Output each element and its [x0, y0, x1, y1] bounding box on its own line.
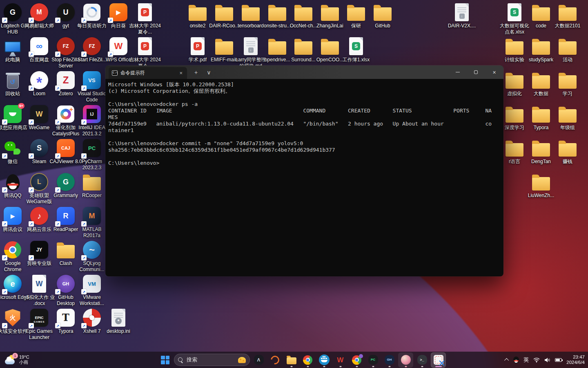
desktop-icon-xuexi-folder[interactable]: 学习: [550, 70, 585, 97]
taskbar-app-file-explorer[interactable]: [284, 352, 299, 368]
desktop-icon-bigdata2101-folder[interactable]: 大数据2101: [550, 2, 585, 29]
tray-qq-icon[interactable]: [513, 357, 519, 363]
shortcut-arrow-icon: ↗: [55, 52, 60, 57]
battery-icon[interactable]: [555, 358, 562, 362]
desktop-icon-pycharm[interactable]: PC↗PyCharm 2023.2.3: [75, 138, 109, 171]
app-glyph: JY: [36, 247, 42, 252]
taskbar-app-snipaste[interactable]: [431, 352, 446, 368]
start-button[interactable]: [158, 352, 173, 368]
terminal-titlebar[interactable]: C:\ 命令提示符 × + ∨ ×: [105, 65, 503, 79]
desktop-icon-desktop-ini[interactable]: *desktop.ini: [101, 308, 136, 334]
terminal-tab[interactable]: C:\ 命令提示符 ×: [109, 67, 187, 79]
file-emblem: W: [36, 280, 43, 288]
center-dot: [89, 315, 94, 320]
volume-icon[interactable]: [544, 357, 550, 363]
taskbar-app-dark-cube-app[interactable]: Λ: [251, 352, 266, 368]
desktop-icon-workbook1-xlsx[interactable]: S工作簿1.xlsx: [339, 36, 373, 63]
app-glyph: S: [37, 144, 42, 152]
terminal-output[interactable]: Microsoft Windows [版本 10.0.22000.2538] (…: [105, 79, 503, 276]
desktop-icon-liuwenzh-folder[interactable]: LiuWenZh...: [524, 172, 558, 199]
desktop-icon-label: 活动: [563, 57, 572, 63]
docker-whale-icon: [319, 355, 330, 365]
maximize-button[interactable]: [467, 65, 485, 79]
shortcut-arrow-icon: ↗: [108, 18, 113, 23]
desktop-icon-visual: [505, 36, 524, 56]
desktop-icon-visual: [82, 172, 102, 192]
desktop-icon-sqlyog[interactable]: ~↗SQLyog Communi...: [75, 240, 109, 273]
desktop-icon-github-folder[interactable]: GitHub: [365, 2, 400, 29]
desktop-icon-visual: [373, 2, 392, 22]
desktop-icon-rcooper-folder[interactable]: RCooper: [75, 172, 109, 199]
taskbar-app-pycharm[interactable]: PC: [365, 352, 381, 368]
shortcut-arrow-icon: ↗: [2, 119, 7, 125]
taskbar-app-docker-desktop[interactable]: [316, 352, 332, 368]
folder-icon: [532, 41, 550, 55]
desktop-icon-label: Clash: [60, 260, 72, 267]
tray-chevron-up-icon[interactable]: [504, 358, 509, 363]
folder-icon: [242, 7, 260, 21]
desktop-icon-visual: [558, 138, 577, 158]
folder-icon: [321, 7, 339, 21]
tray-clock[interactable]: 23:47 2024/6/4: [566, 355, 585, 366]
profile-badge: [359, 354, 363, 358]
desktop-icon-matlab[interactable]: M↗MATLAB R2017a: [75, 206, 109, 239]
folder-icon: [347, 7, 365, 21]
file-icon-ini: *: [111, 309, 125, 327]
app-glyph: PC: [371, 358, 375, 361]
taskbar-app-avatar-app[interactable]: [398, 352, 413, 368]
desktop-icon-vscode[interactable]: VS↗Visual Studio Code: [75, 70, 109, 103]
folder-icon: [532, 143, 550, 157]
desktop-icon-visual: [558, 36, 577, 56]
close-button[interactable]: ×: [485, 65, 503, 79]
desktop-icon-visual: [505, 138, 524, 158]
desktop-icon-zhuanqian-folder[interactable]: 赚钱: [550, 138, 585, 165]
file-emblem: ↓: [248, 47, 254, 53]
app-glyph: ∞: [36, 42, 42, 51]
desktop-icon-label: Typora: [534, 125, 549, 131]
minimize-button[interactable]: [448, 65, 467, 79]
desktop-icon-visual: G↗: [3, 2, 22, 22]
desktop-icon-vmware-workstation[interactable]: VM↗VMware Workstati...: [75, 274, 109, 307]
folder-icon: [506, 75, 523, 89]
app-inner-logo: IJ: [87, 109, 97, 119]
taskbar-search[interactable]: 搜索: [174, 354, 250, 366]
taskbar-app-chrome-profile[interactable]: [349, 352, 364, 368]
smile-glyph: [9, 112, 16, 116]
folder-icon: [321, 41, 339, 55]
desktop-icon-label: PyCharm 2023.2.3: [75, 159, 109, 171]
desktop-icon-visual: M↗: [29, 2, 49, 22]
desktop-icon-visual: [531, 104, 551, 124]
desktop-icon-label: SQLyog Communi...: [75, 260, 109, 273]
file-icon-docx: W: [32, 275, 46, 293]
file-icon-xlsx: S: [349, 37, 363, 55]
shortcut-arrow-icon: ↗: [55, 85, 60, 91]
taskbar-app-terminal[interactable]: >_: [414, 352, 430, 368]
folder-icon: [532, 7, 550, 21]
new-tab-button[interactable]: +: [193, 69, 199, 76]
wifi-icon[interactable]: [533, 357, 540, 363]
running-indicator: [307, 366, 309, 367]
file-emblem: ↓: [459, 13, 465, 19]
desktop-icon-visual: +↗: [56, 104, 76, 124]
taskbar-app-wps-office[interactable]: W: [333, 352, 348, 368]
desktop-icon-dair-v2x-md[interactable]: ↓DAIR-V2X....: [445, 2, 479, 29]
taskbar-weather-widget[interactable]: 1 19°C 小雨: [3, 352, 31, 368]
desktop-icon-intellij-idea[interactable]: IJ↗IntelliJ IDEA 2021.3.2: [75, 104, 109, 137]
desktop-icon-huodong-folder[interactable]: 活动: [550, 36, 585, 63]
taskbar-app-github-desktop[interactable]: GH: [382, 352, 397, 368]
desktop-icon-label: Grammarly: [53, 193, 78, 199]
folder-icon: [294, 7, 312, 21]
desktop-icon-nianjizu-folder[interactable]: 年级组: [550, 104, 585, 131]
tab-close-icon[interactable]: ×: [178, 70, 184, 76]
app-icon: W: [336, 355, 345, 365]
taskbar-app-orange-ring-app[interactable]: [267, 352, 283, 368]
ime-indicator[interactable]: 英: [523, 356, 529, 364]
taskbar-app-google-chrome[interactable]: [300, 352, 315, 368]
desktop-icon-jlu-camp-pdf-1[interactable]: P吉林大学 2024夏令...: [128, 2, 162, 35]
desktop-icon-jlu-camp-pdf-2[interactable]: P吉林大学 2024夏令...: [128, 36, 162, 69]
tab-dropdown-button[interactable]: ∨: [205, 69, 212, 76]
desktop-icon-visual: [188, 2, 207, 22]
desktop-icon-label: r语言: [509, 159, 520, 165]
desktop-icon-visual: VS↗: [82, 70, 102, 90]
terminal-tab-title: 命令提示符: [120, 70, 175, 76]
